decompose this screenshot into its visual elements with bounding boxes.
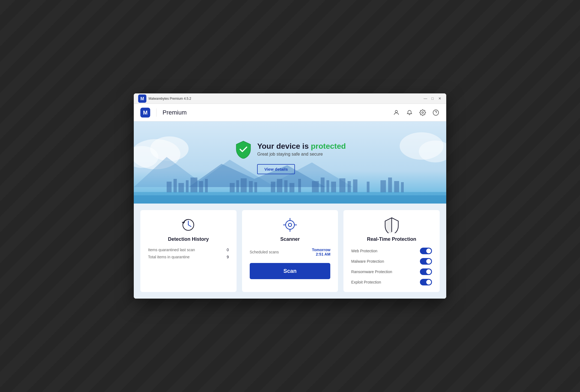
account-button[interactable] bbox=[393, 109, 400, 116]
header-logo-area: M Premium bbox=[140, 108, 393, 118]
svg-rect-37 bbox=[339, 178, 345, 193]
scheduled-scans-row: Scheduled scans Tomorrow2:51 AM bbox=[250, 248, 331, 256]
svg-rect-27 bbox=[254, 182, 257, 193]
scanner-title: Scanner bbox=[280, 236, 300, 242]
ransomware-protection-toggle[interactable] bbox=[420, 268, 432, 275]
svg-rect-39 bbox=[353, 179, 357, 193]
malware-protection-toggle[interactable] bbox=[420, 258, 432, 265]
hero-subtitle: Great job staying safe and secure bbox=[257, 152, 346, 157]
cards-section: Detection History Items quarantined last… bbox=[134, 204, 446, 299]
svg-point-4 bbox=[395, 110, 397, 113]
scanner-body: Scheduled scans Tomorrow2:51 AM bbox=[250, 248, 331, 256]
malware-protection-label: Malware Protection bbox=[351, 259, 384, 264]
scheduled-scans-value: Tomorrow2:51 AM bbox=[312, 248, 330, 256]
quarantine-last-scan-label: Items quarantined last scan bbox=[148, 248, 195, 252]
web-protection-label: Web Protection bbox=[351, 249, 377, 253]
svg-rect-33 bbox=[312, 181, 319, 193]
clock-icon bbox=[181, 217, 196, 233]
svg-rect-34 bbox=[321, 178, 325, 193]
hero-title-static: Your device is bbox=[257, 142, 311, 150]
header-title: Premium bbox=[163, 109, 187, 116]
svg-text:M: M bbox=[140, 96, 144, 101]
ransomware-protection-row: Ransomware Protection bbox=[351, 268, 432, 275]
detection-history-row-1: Total items in quarantine 9 bbox=[148, 255, 229, 259]
web-protection-row: Web Protection bbox=[351, 248, 432, 254]
total-quarantine-value: 9 bbox=[227, 255, 229, 259]
crosshair-icon bbox=[282, 217, 298, 233]
svg-rect-35 bbox=[326, 180, 329, 193]
bell-icon bbox=[406, 109, 413, 116]
svg-rect-20 bbox=[191, 178, 197, 193]
notifications-button[interactable] bbox=[406, 109, 413, 116]
help-button[interactable] bbox=[432, 109, 440, 116]
web-protection-thumb bbox=[426, 248, 431, 253]
svg-rect-28 bbox=[271, 182, 275, 193]
exploit-protection-row: Exploit Protection bbox=[351, 279, 432, 285]
view-details-button[interactable]: View details bbox=[257, 164, 295, 174]
svg-line-49 bbox=[188, 225, 191, 227]
svg-rect-32 bbox=[298, 179, 301, 193]
svg-rect-38 bbox=[348, 181, 351, 193]
svg-rect-29 bbox=[277, 179, 282, 193]
gear-icon bbox=[419, 109, 426, 116]
svg-rect-16 bbox=[167, 182, 172, 193]
svg-rect-43 bbox=[394, 181, 399, 193]
svg-rect-23 bbox=[230, 183, 235, 193]
account-icon bbox=[393, 109, 400, 116]
realtime-icon-container bbox=[383, 217, 400, 233]
header-logo-icon: M bbox=[140, 108, 150, 118]
title-bar-controls: — □ ✕ bbox=[423, 96, 442, 101]
exploit-protection-toggle[interactable] bbox=[420, 279, 432, 285]
scheduled-scans-label: Scheduled scans bbox=[250, 250, 279, 254]
exploit-protection-label: Exploit Protection bbox=[351, 280, 381, 284]
svg-text:M: M bbox=[143, 110, 148, 116]
title-bar: M Malwarebytes Premium 4.5.2 — □ ✕ bbox=[134, 93, 446, 104]
web-protection-toggle[interactable] bbox=[420, 248, 432, 254]
hero-status-row: Your device is protected Great job stayi… bbox=[234, 140, 346, 159]
minimize-button[interactable]: — bbox=[423, 96, 428, 101]
svg-point-6 bbox=[433, 110, 439, 115]
ransomware-protection-label: Ransomware Protection bbox=[351, 270, 392, 274]
hero-text-block: Your device is protected Great job stayi… bbox=[257, 142, 346, 157]
total-quarantine-label: Total items in quarantine bbox=[148, 255, 190, 259]
maximize-button[interactable]: □ bbox=[430, 96, 435, 101]
hero-section: Your device is protected Great job stayi… bbox=[134, 121, 446, 204]
svg-rect-22 bbox=[205, 179, 208, 193]
svg-rect-21 bbox=[199, 181, 203, 193]
svg-rect-40 bbox=[367, 182, 369, 193]
protection-rows: Web Protection Malware Protection Ransom… bbox=[351, 248, 432, 285]
detection-history-title: Detection History bbox=[168, 236, 209, 242]
header-divider bbox=[156, 108, 157, 117]
malware-protection-thumb bbox=[426, 259, 431, 264]
hero-content: Your device is protected Great job stayi… bbox=[234, 140, 346, 174]
realtime-title: Real-Time Protection bbox=[367, 236, 416, 242]
svg-rect-42 bbox=[388, 178, 392, 193]
header-icons bbox=[393, 109, 440, 116]
malware-protection-row: Malware Protection bbox=[351, 258, 432, 265]
settings-button[interactable] bbox=[419, 109, 427, 116]
svg-rect-30 bbox=[284, 180, 288, 193]
svg-rect-18 bbox=[178, 183, 184, 193]
detection-history-row-0: Items quarantined last scan 0 bbox=[148, 248, 229, 252]
svg-rect-41 bbox=[380, 180, 386, 193]
svg-point-51 bbox=[288, 223, 292, 227]
titlebar-logo: M bbox=[138, 95, 146, 103]
close-button[interactable]: ✕ bbox=[437, 96, 442, 101]
hero-title: Your device is protected bbox=[257, 142, 346, 151]
svg-point-50 bbox=[286, 221, 294, 229]
app-header: M Premium bbox=[134, 104, 446, 121]
exploit-protection-thumb bbox=[426, 280, 431, 285]
ransomware-protection-thumb bbox=[426, 269, 431, 274]
svg-rect-44 bbox=[401, 182, 404, 193]
scan-button[interactable]: Scan bbox=[250, 263, 331, 279]
scanner-icon-container bbox=[282, 217, 298, 233]
svg-point-5 bbox=[422, 112, 423, 113]
help-icon bbox=[433, 109, 439, 116]
quarantine-last-scan-value: 0 bbox=[227, 248, 229, 252]
detection-history-icon bbox=[180, 217, 197, 233]
svg-rect-46 bbox=[134, 195, 446, 204]
hero-status-highlight: protected bbox=[311, 142, 346, 150]
detection-history-card: Detection History Items quarantined last… bbox=[140, 210, 237, 292]
detection-history-body: Items quarantined last scan 0 Total item… bbox=[148, 248, 229, 259]
svg-rect-26 bbox=[249, 181, 253, 193]
